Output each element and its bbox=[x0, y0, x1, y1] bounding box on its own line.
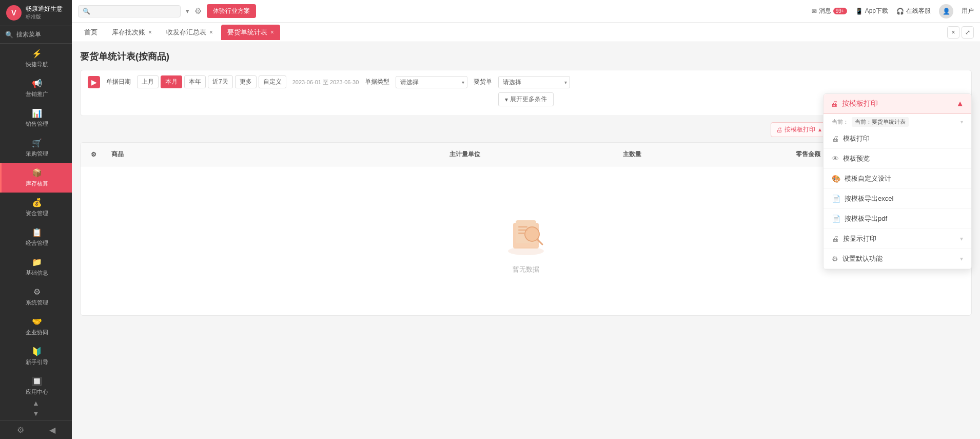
collapse-sidebar-button[interactable]: ◀ bbox=[49, 425, 55, 435]
sidebar-item-label: 库存核算 bbox=[26, 180, 48, 187]
tab-receipt-summary[interactable]: 收发存汇总表 × bbox=[160, 25, 219, 40]
tab-receipt-summary-label: 收发存汇总表 bbox=[166, 28, 206, 37]
export-pdf-label: 按模板导出pdf bbox=[845, 214, 887, 223]
date-range-display: 2023-06-01 至 2023-06-30 bbox=[292, 79, 359, 86]
tab-expand-button[interactable]: ⤢ bbox=[962, 26, 974, 39]
dropdown-header: 🖨 按模板打印 ▲ bbox=[824, 94, 971, 114]
current-template-name: 当前：要货单统计表 bbox=[852, 117, 909, 127]
sales-icon: 📊 bbox=[32, 108, 42, 118]
order-select[interactable]: 请选择 bbox=[498, 76, 570, 88]
tabs-controls: × ⤢ bbox=[947, 26, 974, 39]
quick-nav-icon: ⚡ bbox=[32, 49, 42, 59]
sidebar-item-apps[interactable]: 🔲 应用中心 bbox=[0, 371, 72, 396]
set-default-arrow: ▾ bbox=[960, 255, 963, 262]
topbar-dropdown-icon[interactable]: ▾ bbox=[186, 7, 189, 15]
app-download-label: App下载 bbox=[865, 7, 888, 15]
date-last-month-button[interactable]: 上月 bbox=[137, 75, 159, 88]
display-print-arrow: ▾ bbox=[960, 235, 963, 242]
sidebar-search[interactable]: 🔍 搜索菜单 bbox=[0, 26, 72, 44]
sidebar-item-enterprise[interactable]: 🤝 企业协同 bbox=[0, 312, 72, 341]
app-download-button[interactable]: 📱 App下载 bbox=[855, 7, 888, 15]
tab-inventory-batch-close[interactable]: × bbox=[148, 29, 152, 36]
export-excel-icon: 📄 bbox=[832, 195, 840, 203]
sidebar-item-marketing[interactable]: 📢 营销推广 bbox=[0, 73, 72, 103]
date-group: 上月 本月 本年 近7天 更多 自定义 bbox=[137, 75, 286, 88]
dropdown-item-left: 📄 按模板导出pdf bbox=[832, 214, 887, 223]
tab-inventory-batch[interactable]: 库存批次账 × bbox=[106, 25, 158, 40]
scroll-up-button[interactable]: ▲ bbox=[28, 398, 44, 408]
expand-label: 展开更多条件 bbox=[510, 95, 547, 104]
current-arrow[interactable]: ▾ bbox=[961, 119, 963, 125]
tab-close-all-button[interactable]: × bbox=[947, 26, 959, 39]
sidebar-item-label: 应用中心 bbox=[26, 388, 48, 396]
topbar-right: ✉ 消息 99+ 📱 App下载 🎧 在线客服 👤 用户 bbox=[812, 4, 974, 18]
date-this-month-button[interactable]: 本月 bbox=[161, 75, 182, 88]
template-print-label: 模板打印 bbox=[843, 134, 870, 143]
service-icon: 🎧 bbox=[896, 8, 904, 15]
date-more-button[interactable]: 更多 bbox=[235, 75, 257, 88]
topbar-gear-icon[interactable]: ⚙ bbox=[194, 6, 202, 16]
sidebar-item-label: 采购管理 bbox=[26, 150, 48, 158]
finance-icon: 💰 bbox=[32, 198, 42, 207]
dropdown-item-left: 🖨 模板打印 bbox=[832, 134, 870, 143]
operations-icon: 📋 bbox=[32, 227, 42, 237]
message-button[interactable]: ✉ 消息 99+ bbox=[812, 7, 847, 15]
dropdown-item-template-design[interactable]: 🎨 模板自定义设计 bbox=[824, 169, 971, 189]
page-content: 要货单统计表(按商品) ▶ 单据日期 上月 本月 本年 近7天 更多 自定义 2… bbox=[72, 42, 980, 439]
sidebar-item-system[interactable]: ⚙ 系统管理 bbox=[0, 282, 72, 312]
tab-home[interactable]: 首页 bbox=[78, 25, 104, 40]
date-custom-button[interactable]: 自定义 bbox=[259, 75, 286, 88]
sidebar-item-sales[interactable]: 📊 销售管理 bbox=[0, 103, 72, 133]
tab-order-stats[interactable]: 要货单统计表 × bbox=[221, 25, 280, 40]
dropdown-close-button[interactable]: ▲ bbox=[956, 99, 964, 108]
dropdown-item-export-excel[interactable]: 📄 按模板导出excel bbox=[824, 189, 971, 209]
current-template-label: 当前： 当前：要货单统计表 ▾ bbox=[824, 114, 971, 129]
basic-icon: 📁 bbox=[32, 257, 42, 267]
topbar: 🔍 ▾ ⚙ 体验行业方案 ✉ 消息 99+ 📱 App下载 🎧 在线客服 👤 用 bbox=[72, 0, 980, 23]
online-service-button[interactable]: 🎧 在线客服 bbox=[896, 7, 931, 15]
tab-order-stats-close[interactable]: × bbox=[270, 29, 274, 36]
dropdown-item-export-pdf[interactable]: 📄 按模板导出pdf bbox=[824, 209, 971, 229]
print-dropdown-button[interactable]: 🖨 按模板打印 ▲ bbox=[771, 122, 828, 137]
dropdown-print-icon: 🖨 bbox=[831, 100, 838, 108]
topbar-search-icon: 🔍 bbox=[83, 8, 90, 15]
settings-footer-button[interactable]: ⚙ bbox=[17, 425, 24, 435]
dropdown-item-template-preview[interactable]: 👁 模板预览 bbox=[824, 149, 971, 169]
filter-toggle-button[interactable]: ▶ bbox=[88, 76, 100, 88]
sidebar-nav: ⚡ 快捷导航 📢 营销推广 📊 销售管理 🛒 采购管理 📦 库存核算 💰 资金管… bbox=[0, 44, 72, 396]
tab-receipt-summary-close[interactable]: × bbox=[209, 29, 213, 36]
sidebar-item-label: 销售管理 bbox=[26, 120, 48, 128]
page-title: 要货单统计表(按商品) bbox=[80, 50, 972, 63]
template-print-icon: 🖨 bbox=[832, 135, 839, 143]
sidebar-item-quick-nav[interactable]: ⚡ 快捷导航 bbox=[0, 44, 72, 73]
scroll-down-button[interactable]: ▼ bbox=[28, 408, 44, 418]
sidebar-item-inventory[interactable]: 📦 库存核算 bbox=[0, 163, 72, 193]
dropdown-item-template-print[interactable]: 🖨 模板打印 bbox=[824, 129, 971, 149]
sidebar-item-basic[interactable]: 📁 基础信息 bbox=[0, 252, 72, 282]
dropdown-item-left: ⚙ 设置默认功能 bbox=[832, 254, 883, 263]
inventory-icon: 📦 bbox=[32, 168, 42, 178]
trial-button[interactable]: 体验行业方案 bbox=[207, 4, 256, 18]
date-7days-button[interactable]: 近7天 bbox=[208, 75, 233, 88]
display-print-label: 按显示打印 bbox=[843, 234, 876, 243]
th-settings[interactable]: ⚙ bbox=[87, 148, 107, 161]
sidebar-item-operations[interactable]: 📋 经营管理 bbox=[0, 222, 72, 252]
date-this-year-button[interactable]: 本年 bbox=[184, 75, 206, 88]
type-filter-label: 单据类型 bbox=[365, 78, 389, 86]
th-product: 商品 bbox=[107, 147, 445, 162]
template-preview-icon: 👁 bbox=[832, 155, 839, 163]
template-design-label: 模板自定义设计 bbox=[845, 174, 891, 183]
sidebar: V 畅康通好生意 标准版 🔍 搜索菜单 ⚡ 快捷导航 📢 营销推广 📊 销售管理… bbox=[0, 0, 72, 439]
logo-icon: V bbox=[6, 5, 22, 21]
sidebar-item-purchase[interactable]: 🛒 采购管理 bbox=[0, 133, 72, 163]
topbar-search[interactable]: 🔍 bbox=[78, 5, 181, 17]
order-type-label: 要货单 bbox=[474, 78, 492, 86]
dropdown-item-display-print[interactable]: 🖨 按显示打印 ▾ bbox=[824, 229, 971, 249]
sidebar-item-finance[interactable]: 💰 资金管理 bbox=[0, 193, 72, 222]
type-select[interactable]: 请选择 要货单 bbox=[396, 76, 467, 88]
expand-more-button[interactable]: ▾ 展开更多条件 bbox=[498, 92, 554, 106]
dropdown-item-set-default[interactable]: ⚙ 设置默认功能 ▾ bbox=[824, 249, 971, 269]
tab-order-stats-label: 要货单统计表 bbox=[227, 28, 267, 37]
sidebar-item-guide[interactable]: 🔰 新手引导 bbox=[0, 341, 72, 371]
user-avatar[interactable]: 👤 bbox=[939, 4, 953, 18]
